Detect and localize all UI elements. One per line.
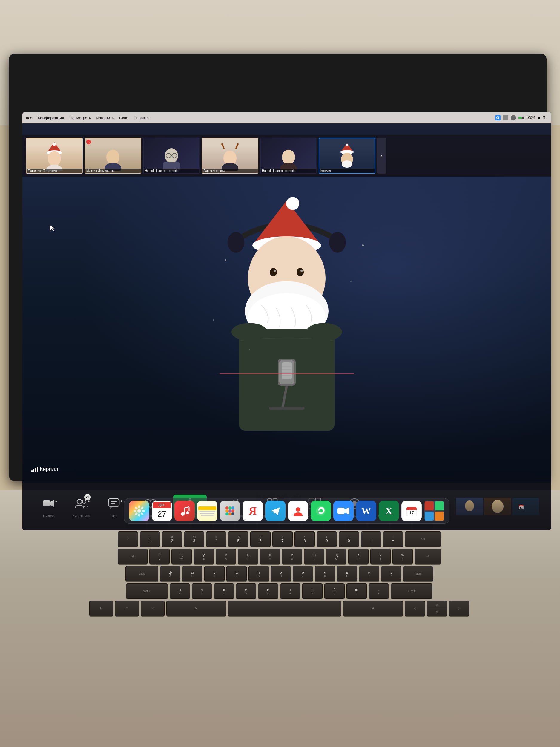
key-minus[interactable]: _- bbox=[361, 531, 381, 547]
key-t[interactable]: еT bbox=[238, 548, 258, 564]
key-rbrace[interactable]: ъ] bbox=[393, 548, 413, 564]
dock-more[interactable] bbox=[424, 501, 445, 521]
key-4[interactable]: $4 bbox=[206, 531, 226, 547]
thumbnail-ekaterina[interactable]: Екатерина Талдыкина bbox=[26, 138, 83, 174]
key-h[interactable]: рH bbox=[271, 566, 291, 582]
thumbnail-darya[interactable]: Дарья Кощеева bbox=[202, 138, 258, 174]
svg-point-4 bbox=[53, 143, 56, 146]
key-k[interactable]: лK bbox=[315, 566, 335, 582]
dock-contacts[interactable] bbox=[288, 501, 308, 521]
key-l[interactable]: дL bbox=[337, 566, 357, 582]
menubar-item-window[interactable]: Окно bbox=[119, 115, 128, 120]
svg-point-34 bbox=[300, 269, 303, 272]
key-b[interactable]: иB bbox=[258, 583, 278, 599]
key-cmd-right[interactable]: ⌘ bbox=[343, 600, 403, 616]
mac-dock: ДЕК. 27 bbox=[124, 498, 450, 524]
key-caps[interactable]: caps bbox=[126, 566, 158, 582]
dock-notes[interactable] bbox=[197, 501, 217, 521]
key-d[interactable]: вD bbox=[204, 566, 224, 582]
key-o[interactable]: щO bbox=[326, 548, 346, 564]
key-cmd-left[interactable]: ⌘ bbox=[166, 600, 226, 616]
key-7[interactable]: &7 bbox=[272, 531, 293, 547]
key-6[interactable]: ^6 bbox=[250, 531, 271, 547]
key-arrow-right[interactable]: ▷ bbox=[449, 600, 469, 616]
key-slash[interactable]: ./ bbox=[369, 583, 389, 599]
key-9[interactable]: (9 bbox=[317, 531, 337, 547]
key-backspace[interactable]: ⌫ bbox=[405, 531, 441, 547]
thumbnail-haunds1[interactable]: Haunds | агентство perf... bbox=[143, 138, 200, 174]
key-arrow-left[interactable]: ◁ bbox=[405, 600, 425, 616]
key-z[interactable]: яZ bbox=[170, 583, 190, 599]
key-8[interactable]: *8 bbox=[294, 531, 315, 547]
menubar-item-conference[interactable]: Конференция bbox=[37, 115, 64, 120]
key-1[interactable]: !1 bbox=[140, 531, 160, 547]
key-shift-left[interactable]: shift ⇧ bbox=[126, 583, 168, 599]
key-u[interactable]: гU bbox=[282, 548, 302, 564]
dock-word[interactable]: W bbox=[356, 501, 376, 521]
key-2[interactable]: @2 bbox=[162, 531, 182, 547]
key-comma[interactable]: б, bbox=[324, 583, 345, 599]
person-svg-5 bbox=[276, 141, 300, 171]
key-space[interactable] bbox=[228, 600, 341, 616]
thumbnail-nav-next[interactable]: › bbox=[377, 138, 386, 174]
key-period[interactable]: ю. bbox=[346, 583, 367, 599]
key-p[interactable]: зP bbox=[348, 548, 369, 564]
key-i[interactable]: шI bbox=[304, 548, 324, 564]
key-r[interactable]: кR bbox=[216, 548, 236, 564]
key-3[interactable]: №3 bbox=[184, 531, 204, 547]
key-return[interactable]: return bbox=[403, 566, 433, 582]
zoom-menu-icon bbox=[495, 115, 501, 121]
key-5[interactable]: %5 bbox=[228, 531, 248, 547]
key-0[interactable]: )0 bbox=[339, 531, 359, 547]
menubar: ace Конференция Посмотреть Изменить Окно… bbox=[22, 112, 551, 123]
key-y[interactable]: нY bbox=[260, 548, 280, 564]
dock-calendar2[interactable]: 17 bbox=[401, 501, 422, 521]
key-j[interactable]: оJ bbox=[293, 566, 313, 582]
thumbnail-mikhail[interactable]: Михаил Ишмуратов bbox=[84, 138, 141, 174]
key-w[interactable]: цW bbox=[171, 548, 192, 564]
thumbnail-kirill[interactable]: Кирилл bbox=[319, 138, 375, 174]
key-m[interactable]: ьM bbox=[302, 583, 323, 599]
key-v[interactable]: мV bbox=[236, 583, 256, 599]
key-lbrace[interactable]: х[ bbox=[370, 548, 391, 564]
key-arrows-up-down[interactable]: △ ▽ bbox=[427, 600, 447, 616]
key-quote[interactable]: э' bbox=[381, 566, 401, 582]
svg-point-29 bbox=[286, 197, 299, 210]
key-e[interactable]: уE bbox=[193, 548, 214, 564]
dock-whatsapp[interactable] bbox=[311, 501, 331, 521]
dock-launchpad[interactable] bbox=[220, 501, 240, 521]
dock-zoom[interactable] bbox=[333, 501, 354, 521]
thumbnail-haunds2[interactable]: Haunds | агентство perf... bbox=[260, 138, 317, 174]
key-g[interactable]: пG bbox=[248, 566, 269, 582]
key-a[interactable]: фA bbox=[160, 566, 180, 582]
dock-music[interactable] bbox=[175, 501, 195, 521]
dock-yandex[interactable]: Я bbox=[242, 501, 263, 521]
key-tab[interactable]: tab bbox=[118, 548, 148, 564]
svg-point-39 bbox=[232, 323, 267, 341]
menubar-item-help[interactable]: Справка bbox=[134, 115, 149, 120]
key-fn-bottom[interactable]: fn bbox=[89, 600, 113, 616]
key-c[interactable]: сC bbox=[214, 583, 234, 599]
key-shift-right[interactable]: ⇧ shift bbox=[391, 583, 432, 599]
svg-point-98 bbox=[181, 512, 185, 516]
key-s[interactable]: ыS bbox=[182, 566, 203, 582]
key-n[interactable]: тN bbox=[280, 583, 300, 599]
key-semicolon[interactable]: ж; bbox=[359, 566, 379, 582]
key-option[interactable]: ⌥ bbox=[141, 600, 165, 616]
key-plus[interactable]: += bbox=[383, 531, 403, 547]
dock-calendar[interactable]: ДЕК. 27 bbox=[152, 501, 172, 521]
key-control[interactable]: ⌃ bbox=[115, 600, 139, 616]
key-f[interactable]: аF bbox=[226, 566, 247, 582]
dock-photos[interactable] bbox=[129, 501, 149, 521]
menubar-item-ace[interactable]: ace bbox=[26, 115, 32, 120]
dock-excel[interactable]: X bbox=[379, 501, 399, 521]
key-return-top[interactable]: ⏎ bbox=[415, 548, 441, 564]
svg-point-111 bbox=[232, 512, 235, 515]
key-q[interactable]: йQ bbox=[149, 548, 170, 564]
dock-telegram[interactable] bbox=[265, 501, 286, 521]
key-tilde[interactable]: ~` bbox=[118, 531, 138, 547]
key-x[interactable]: чX bbox=[192, 583, 212, 599]
calendar-header: ДЕК. bbox=[153, 502, 171, 508]
menubar-item-edit[interactable]: Изменить bbox=[96, 115, 114, 120]
menubar-item-view[interactable]: Посмотреть bbox=[70, 115, 91, 120]
